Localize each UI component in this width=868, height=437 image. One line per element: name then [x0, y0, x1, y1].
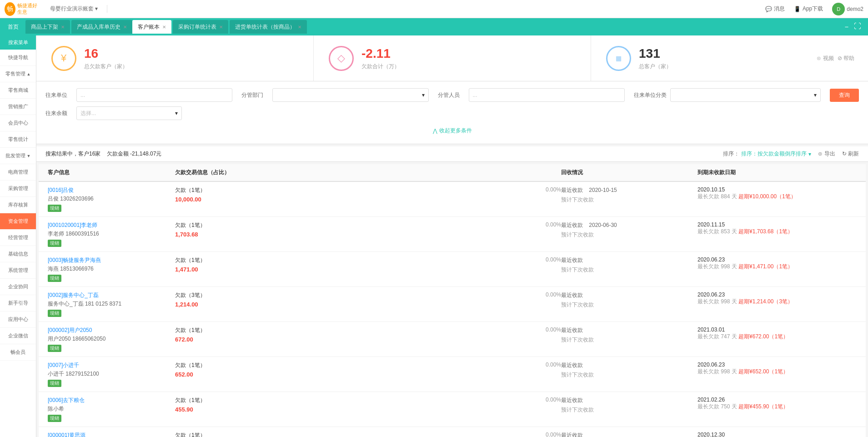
help-btn[interactable]: ⊘ 帮助: [838, 55, 854, 62]
debt-info: 欠款（1笔） 1,703.68: [175, 221, 539, 238]
overdue-info: 最长欠款 747 天 超期¥672.00（1笔）: [697, 333, 857, 341]
overdue-link[interactable]: 超期¥652.00（1笔）: [738, 368, 788, 375]
customer-phone: 小进千 18279152100: [48, 370, 175, 378]
sidebar-item-wholesale[interactable]: 批发管理 ▼: [0, 148, 36, 164]
overdue-date-cell: 2020.06.23 最长欠款 998 天 超期¥652.00（1笔）: [697, 362, 857, 376]
sidebar-item-purchase[interactable]: 采购管理: [0, 181, 36, 197]
sidebar-item-retail-stats[interactable]: 零售统计: [0, 131, 36, 148]
close-tab-products-icon[interactable]: ✕: [61, 25, 65, 30]
overdue-link[interactable]: 超期¥1,703.68（1笔）: [738, 228, 793, 235]
refresh-btn[interactable]: ↻ 刷新: [842, 150, 859, 158]
view-video-btn[interactable]: ⊙ 视频: [817, 55, 833, 62]
company-select[interactable]: 母婴行业演示账套 ▾: [41, 5, 107, 13]
customer-name-link[interactable]: [000002]用户2050: [48, 327, 92, 333]
table-row: [0001020001]李老师 李老师 18600391516 现销 欠款（1笔…: [39, 217, 866, 252]
debt-count: 欠款（1笔）: [175, 256, 539, 264]
customer-name-link[interactable]: [0016]吕俊: [48, 187, 74, 193]
close-tab-inbound-stats-icon[interactable]: ✕: [298, 25, 301, 30]
app-download-btn[interactable]: 📱 App下载: [794, 5, 823, 13]
overdue-link[interactable]: 超期¥672.00（1笔）: [738, 333, 788, 340]
sidebar-item-quick-nav[interactable]: 快捷导航: [0, 50, 36, 66]
overdue-date: 2020.06.23: [697, 256, 857, 263]
collapse-btn[interactable]: ⋀ 收起更多条件: [45, 125, 859, 137]
query-button[interactable]: 查询: [830, 89, 859, 102]
close-tab-ledger-icon[interactable]: ✕: [162, 25, 166, 30]
tab-home[interactable]: 首页: [2, 20, 24, 34]
customer-name-link[interactable]: [000001]黄思源: [48, 432, 85, 437]
tab-purchase-stats[interactable]: 采购订单统计表 ✕: [173, 20, 228, 34]
balance-select[interactable]: 选择... ▾: [76, 106, 182, 120]
debt-info: 欠款（1笔） 1,471.00: [175, 256, 539, 273]
sidebar-item-wechat[interactable]: 企业微信: [0, 328, 36, 344]
collect-status-cell: 最近收款 2020-06-30 预计下次收款: [561, 221, 697, 239]
unit-category-select[interactable]: ▾: [670, 88, 821, 102]
sidebar-item-vip[interactable]: 畅会员: [0, 344, 36, 361]
customer-name-link[interactable]: [0002]服务中心_丁磊: [48, 292, 99, 298]
debt-amount: 455.90: [175, 406, 539, 413]
sidebar-item-retail-mgmt[interactable]: 零售管理 ▲: [0, 66, 36, 82]
stat-label-customers: 总欠款客户（家）: [84, 63, 300, 70]
logo-icon: 畅: [5, 2, 15, 16]
tab-customer-ledger[interactable]: 客户账本 ✕: [132, 20, 171, 34]
table-row: [0002]服务中心_丁磊 服务中心_丁磊 181 0125 8371 现销 欠…: [39, 287, 866, 322]
overdue-link[interactable]: 超期¥1,471.00（1笔）: [738, 263, 793, 270]
sidebar-item-members[interactable]: 会员中心: [0, 115, 36, 131]
stat-card-customers: ¥ 16 总欠款客户（家）: [36, 35, 314, 81]
tab-inbound-stats[interactable]: 进货单统计表（按商品） ✕: [230, 20, 307, 34]
overdue-link[interactable]: 超期¥455.90（1笔）: [738, 403, 788, 410]
sidebar-item-finance[interactable]: 资金管理: [0, 213, 36, 230]
overdue-info: 最长欠款 853 天 超期¥1,703.68（1笔）: [697, 228, 857, 236]
customer-info-cell: [0002]服务中心_丁磊 服务中心_丁磊 181 0125 8371 现销: [48, 291, 175, 317]
sidebar-item-system[interactable]: 系统管理: [0, 262, 36, 279]
sidebar-item-guide[interactable]: 新手引导: [0, 295, 36, 311]
export-icon: ⊙: [818, 151, 823, 157]
sidebar-item-marketing[interactable]: 营销推广: [0, 99, 36, 115]
sidebar-search[interactable]: 搜索菜单: [0, 35, 36, 50]
next-collect-label: 预计下次收款: [561, 196, 697, 204]
export-btn[interactable]: ⊙ 导出: [818, 150, 835, 158]
top-bar: 畅 畅捷通好生意 母婴行业演示账套 ▾ 💬 消息 📱 App下载 D demo2: [0, 0, 868, 18]
tab-minimize-btn[interactable]: －: [843, 22, 850, 32]
message-btn[interactable]: 💬 消息: [765, 5, 785, 13]
debt-ratio: 0.00%: [546, 326, 561, 333]
user-area[interactable]: D demo2: [832, 3, 863, 15]
customer-phone: 李老师 18600391516: [48, 230, 175, 238]
debt-info-cell: 欠款（1笔） 429.00 0.00%: [175, 432, 561, 437]
sidebar-item-retail-mall[interactable]: 零售商城: [0, 82, 36, 99]
next-collect-label: 预计下次收款: [561, 406, 697, 414]
debt-info-cell: 欠款（1笔） 10,000.00 0.00%: [175, 186, 561, 203]
close-tab-purchase-icon[interactable]: ✕: [219, 25, 223, 30]
from-unit-input[interactable]: ...: [76, 88, 232, 102]
collect-status-cell: 最近收款 预计下次收款: [561, 291, 697, 309]
overdue-date: 2020.06.23: [697, 362, 857, 368]
debt-info-cell: 欠款（3笔） 1,214.00 0.00%: [175, 291, 561, 308]
sidebar-item-ecommerce[interactable]: 电商管理: [0, 164, 36, 181]
stat-value-amount: -2.11: [361, 46, 577, 61]
tab-bar: 首页 商品上下架 ✕ 产成品入库单历史 ✕ 客户账本 ✕ 采购订单统计表 ✕ 进…: [0, 18, 868, 35]
customer-name-link[interactable]: [0007]小进千: [48, 362, 79, 368]
overdue-link[interactable]: 超期¥10,000.00（1笔）: [738, 193, 796, 200]
customer-name-link[interactable]: [0003]畅捷服务尹海燕: [48, 257, 101, 263]
close-tab-inbound-icon[interactable]: ✕: [123, 25, 127, 30]
person-input[interactable]: ...: [469, 88, 625, 102]
tab-products-on-off[interactable]: 商品上下架 ✕: [25, 20, 70, 34]
recent-collect-date: 2020-06-30: [589, 222, 617, 228]
debt-info-cell: 欠款（1笔） 1,471.00 0.00%: [175, 256, 561, 273]
customer-name-link[interactable]: [0006]去下粮仓: [48, 397, 85, 403]
sidebar-item-operations[interactable]: 经营管理: [0, 230, 36, 246]
sidebar-item-basic-info[interactable]: 基础信息: [0, 246, 36, 262]
overdue-days: 最长欠款 998 天: [697, 368, 737, 375]
overdue-link[interactable]: 超期¥1,214.00（3笔）: [738, 298, 793, 305]
sidebar-item-enterprise[interactable]: 企业协同: [0, 279, 36, 295]
sidebar-item-inventory[interactable]: 库存核算: [0, 197, 36, 213]
sidebar-item-apps[interactable]: 应用中心: [0, 311, 36, 328]
customer-name-link[interactable]: [0001020001]李老师: [48, 222, 97, 228]
debt-info: 欠款（1笔） 455.90: [175, 397, 539, 413]
recent-collect-date: 2020-10-15: [589, 187, 617, 193]
sort-select[interactable]: 排序： 排序：按欠款金额倒序排序 ▾: [723, 150, 811, 158]
dept-label: 分管部门: [241, 91, 269, 99]
dept-select[interactable]: ▾: [272, 88, 428, 102]
tab-inbound-history[interactable]: 产成品入库单历史 ✕: [71, 20, 132, 34]
overdue-days: 最长欠款 750 天: [697, 403, 737, 410]
tab-maximize-btn[interactable]: ⛶: [854, 22, 861, 32]
